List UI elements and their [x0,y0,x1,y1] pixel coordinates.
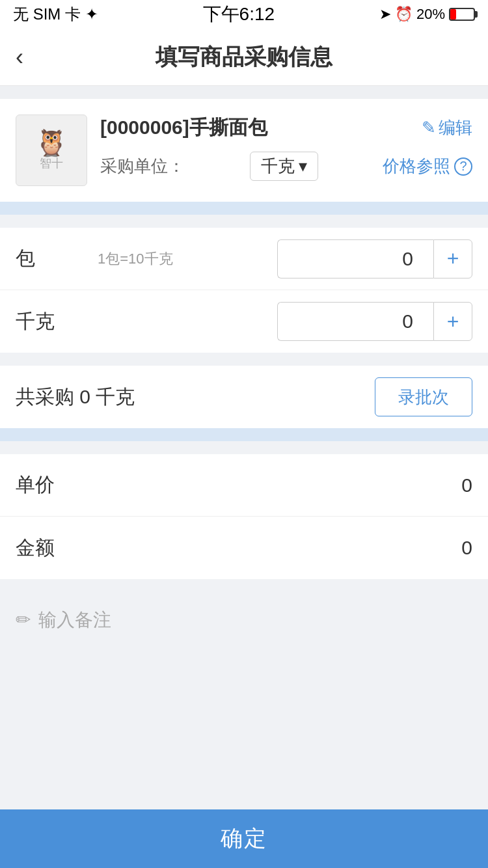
section-divider-top [0,86,488,99]
bag-sub-label: 1包=10千克 [98,249,173,269]
unit-price-value: 0 [461,474,472,496]
total-label: 共采购 0 千克 [16,384,135,411]
confirm-button[interactable]: 确定 [0,809,488,868]
status-time: 下午6:12 [203,2,275,27]
input-section: 包 1包=10千克 + 千克 + [0,228,488,353]
purchase-unit-label: 采购单位： [100,155,185,178]
kg-input[interactable] [277,302,433,341]
kg-input-row: 千克 + [0,290,488,353]
bag-label: 包 [16,245,94,272]
unit-select[interactable]: 千克 ▾ [250,152,318,181]
bottom-spacer [0,657,488,809]
page-title: 填写商品采购信息 [156,42,332,72]
product-card: 🦉 智十 [0000006]手撕面包 ✎ 编辑 采购单位： 千克 ▾ 价格参照 [0,99,488,202]
price-ref-button[interactable]: 价格参照 ? [383,155,472,178]
bag-input-wrapper: + [277,239,472,278]
nav-icon: ➤ [379,6,391,23]
record-batch-button[interactable]: 录批次 [375,377,472,416]
alarm-icon: ⏰ [395,6,413,23]
amount-value: 0 [461,537,472,559]
nav-bar: ‹ 填写商品采购信息 [0,29,488,86]
kg-label: 千克 [16,308,94,335]
product-name: [0000006]手撕面包 [100,115,267,141]
amount-row: 金额 0 [0,517,488,579]
amount-label: 金额 [16,535,55,562]
bag-plus-button[interactable]: + [433,239,472,278]
price-ref-label: 价格参照 [383,155,450,178]
edit-label: 编辑 [439,116,472,139]
unit-price-row: 单价 0 [0,454,488,517]
price-section: 单价 0 金额 0 [0,454,488,579]
help-icon: ? [454,157,472,176]
edit-icon: ✎ [422,118,436,138]
product-info: [0000006]手撕面包 ✎ 编辑 采购单位： 千克 ▾ 价格参照 ? [100,115,472,181]
remark-section[interactable]: ✏ 输入备注 [0,592,488,657]
status-bar: 无 SIM 卡 ✦ 下午6:12 ➤ ⏰ 20% [0,0,488,29]
product-logo: 🦉 智十 [35,129,68,171]
section-divider-blue [0,202,488,215]
pencil-icon: ✏ [16,609,31,631]
purchase-unit-row: 采购单位： 千克 ▾ 价格参照 ? [100,152,472,181]
status-left: 无 SIM 卡 ✦ [13,4,98,25]
battery-percent: 20% [416,6,445,23]
bag-input[interactable] [277,239,433,278]
kg-plus-button[interactable]: + [433,302,472,341]
battery-icon [449,8,475,21]
sim-status: 无 SIM 卡 ✦ [13,4,98,25]
owl-icon: 🦉 [35,129,68,156]
remark-placeholder: 输入备注 [38,608,111,632]
unit-value: 千克 [261,155,295,178]
section-divider-blue-2 [0,428,488,441]
total-section: 共采购 0 千克 录批次 [0,366,488,428]
dropdown-icon: ▾ [299,156,307,176]
logo-text: 智十 [40,156,63,171]
bag-input-row: 包 1包=10千克 + [0,228,488,290]
unit-price-label: 单价 [16,472,55,498]
status-right: ➤ ⏰ 20% [379,6,475,23]
kg-input-wrapper: + [277,302,472,341]
product-name-row: [0000006]手撕面包 ✎ 编辑 [100,115,472,141]
edit-button[interactable]: ✎ 编辑 [422,116,472,139]
product-image: 🦉 智十 [16,115,87,186]
back-button[interactable]: ‹ [16,44,23,71]
